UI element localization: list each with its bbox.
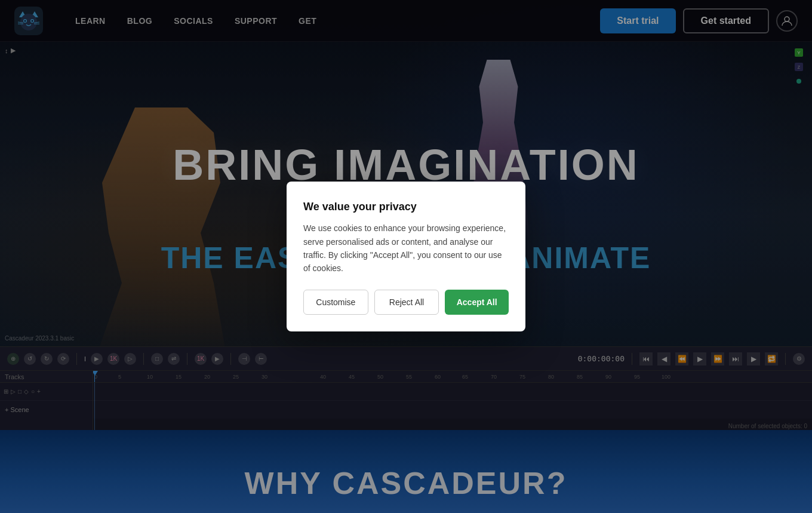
cookie-modal: We value your privacy We use cookies to … — [287, 182, 525, 331]
accept-all-button[interactable]: Accept All — [445, 290, 509, 315]
cookie-title: We value your privacy — [303, 201, 509, 213]
cookie-body: We use cookies to enhance your browsing … — [303, 222, 509, 275]
reject-all-button[interactable]: Reject All — [374, 290, 439, 315]
customise-button[interactable]: Customise — [303, 290, 368, 315]
cookie-actions: Customise Reject All Accept All — [303, 290, 509, 315]
cookie-overlay: We value your privacy We use cookies to … — [0, 0, 812, 513]
